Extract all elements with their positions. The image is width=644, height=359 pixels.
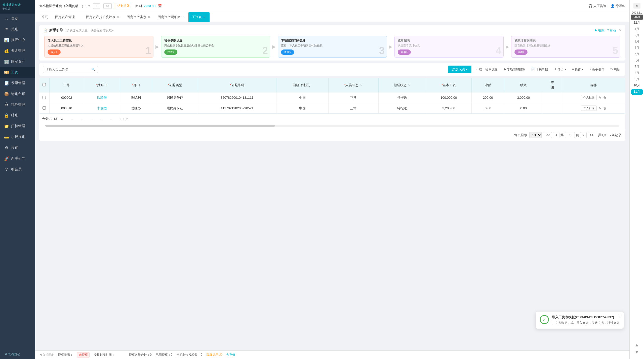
old-version-btn[interactable]: 切到旧版 <box>115 3 132 9</box>
send-filter-icon[interactable]: ▽ <box>408 83 411 87</box>
operate-btn[interactable]: ≡ 操作 ▾ <box>570 66 585 73</box>
down-nav-icon[interactable]: ▼ <box>635 350 639 355</box>
tab-close-fixed-assets[interactable]: ✕ <box>76 12 79 22</box>
month-sep[interactable]: 9月 <box>631 76 643 82</box>
sidebar-item-invoice[interactable]: 🧾 发票管理 <box>0 78 35 89</box>
guide-link-btn[interactable]: ? 新手引导 <box>587 66 606 73</box>
search-icon[interactable]: 🔍 <box>91 68 95 71</box>
social-btn-2[interactable]: 个人社保 <box>581 106 597 111</box>
deduction-btn[interactable]: ⊕ 专项附加扣除 <box>501 66 527 73</box>
tab-close-fixed-detail[interactable]: ✕ <box>182 12 185 22</box>
tab-salary[interactable]: 工资表 ✕ <box>188 12 210 22</box>
sidebar-item-funds[interactable]: 💰 资金管理 <box>0 45 35 56</box>
emp-name-link-2[interactable]: 李俊杰 <box>97 106 107 110</box>
social-setting-btn[interactable]: ☑ 统一社保设置 <box>473 66 499 73</box>
tab-fixed-detail[interactable]: 固定资产明细账 ✕ <box>154 12 188 22</box>
edit-icon-2[interactable]: ✎ <box>599 107 601 110</box>
page-size-select[interactable]: 10 20 50 <box>529 132 542 138</box>
status-filter-icon[interactable]: ▽ <box>359 83 363 87</box>
sidebar-item-label: 设置 <box>11 145 18 150</box>
month-jan[interactable]: 1月 <box>631 26 643 32</box>
sidebar-item-tax[interactable]: 🏛 税务管理 <box>0 99 35 110</box>
tax-report-btn[interactable]: 📄 个税申报 <box>529 66 550 73</box>
guide-help-link[interactable]: ? 帮助 <box>607 28 616 33</box>
sidebar-item-archive[interactable]: 📁 归档管理 <box>0 121 35 132</box>
delete-icon-1[interactable]: 🗑 <box>603 96 606 99</box>
customer-service[interactable]: 🎧 人工咨询 <box>588 4 607 8</box>
sidebar-item-ledger[interactable]: ≡ 总账 <box>0 24 35 35</box>
add-person-btn[interactable]: 添加人员 ▾ <box>448 66 471 73</box>
account-dropdown-arrow[interactable]: ▾ <box>88 4 90 8</box>
member-icon: V <box>4 167 9 171</box>
guide-view-btn-3[interactable]: 查看> <box>281 49 294 55</box>
month-apr[interactable]: 4月 <box>631 45 643 51</box>
cancel-pin-btn[interactable]: ◀ 取消固定 <box>0 350 35 359</box>
settings-btn[interactable]: ⚙ <box>103 3 112 9</box>
sidebar-item-settings[interactable]: ⚙ 设置 <box>0 142 35 153</box>
last-page-btn[interactable]: >> <box>588 132 596 138</box>
tab-close-fixed-depreciation[interactable]: ✕ <box>117 12 119 22</box>
tab-home[interactable]: 首页 <box>38 12 52 22</box>
toast-close-btn[interactable]: × <box>619 314 621 318</box>
sidebar-item-expense[interactable]: 💳 小畅报销 <box>0 132 35 142</box>
month-aug[interactable]: 8月 <box>631 70 643 76</box>
sidebar-item-salary[interactable]: 💴 工资 <box>0 67 35 78</box>
tab-close-fixed-category[interactable]: ✕ <box>148 12 150 22</box>
tab-fixed-category[interactable]: 固定资产类别 ✕ <box>123 12 154 22</box>
row-select-1[interactable] <box>43 96 46 99</box>
sidebar-item-inventory[interactable]: 📦 进销台账 <box>0 89 35 99</box>
guide-step-3: 专项附加扣除信息 查看、导入员工专项附加扣除信息 查看> 3 <box>278 36 387 58</box>
emp-no-2: 000010 <box>49 103 84 114</box>
month-may[interactable]: 5月 <box>631 51 643 57</box>
calendar-icon[interactable]: 📅 <box>158 4 162 8</box>
guide-set-btn[interactable]: 设置> <box>164 49 177 55</box>
sidebar-item-home[interactable]: ⌂ 首页 <box>0 14 35 24</box>
guide-view-btn-5[interactable]: 查看> <box>514 49 528 55</box>
month-jul[interactable]: 7月 <box>631 64 643 70</box>
guide-import-btn[interactable]: 导入> <box>48 49 61 55</box>
add-account-btn[interactable]: + <box>93 3 100 9</box>
emp-name-link-1[interactable]: 徐泽华 <box>97 96 107 99</box>
month-nov[interactable]: 11月 <box>631 89 643 95</box>
month-jun[interactable]: 6月 <box>631 57 643 64</box>
footer-dash-1: -- <box>71 117 73 121</box>
footer-dash-3: -- <box>91 117 93 121</box>
prev-page-btn[interactable]: < <box>553 132 559 138</box>
guide-view-btn-4[interactable]: 查看> <box>398 49 411 55</box>
month-oct[interactable]: 10月 <box>631 82 643 89</box>
delete-icon-2[interactable]: 🗑 <box>603 107 606 110</box>
apply-2 <box>543 103 562 114</box>
row-select-2[interactable] <box>43 106 46 110</box>
guide-video-link[interactable]: ▶ 视频 <box>594 28 604 33</box>
horizontal-scrollbar[interactable] <box>39 124 625 129</box>
month-dec[interactable]: 12月 <box>631 20 643 26</box>
pin-cancel-btn[interactable]: ◀ 取消固定 <box>39 353 54 357</box>
next-page-btn[interactable]: > <box>580 132 587 138</box>
guide-close-btn[interactable]: ✕ <box>619 29 621 32</box>
refresh-btn[interactable]: ↻ 刷新 <box>608 66 622 73</box>
calendar-collapse-btn[interactable]: « <box>633 3 640 9</box>
sidebar-item-fixed[interactable]: 🏢 固定资产 <box>0 56 35 67</box>
page-number-input[interactable] <box>565 132 575 138</box>
sidebar-item-reports[interactable]: 📊 报表中心 <box>0 35 35 45</box>
select-all-checkbox[interactable] <box>43 83 46 86</box>
sidebar-item-close[interactable]: 🔒 结账 <box>0 110 35 121</box>
recharge-btn[interactable]: 去充值 <box>226 353 235 357</box>
tab-fixed-assets[interactable]: 固定资产管理 ✕ <box>52 12 83 22</box>
social-btn-1[interactable]: 个人社保 <box>581 95 597 100</box>
tab-fixed-depreciation[interactable]: 固定资产折旧统计表 ✕ <box>83 12 123 22</box>
up-nav-icon[interactable]: ▲ <box>635 342 639 348</box>
month-2023-badge[interactable]: 2023 <box>631 15 643 20</box>
month-mar[interactable]: 3月 <box>631 38 643 45</box>
sidebar-item-newbie[interactable]: 🚀 新手引导 <box>0 153 35 164</box>
sort-icon[interactable]: ⇅ <box>105 83 108 87</box>
sidebar-item-member[interactable]: V 畅会员 <box>0 164 35 175</box>
first-page-btn[interactable]: << <box>544 132 552 138</box>
tab-close-salary[interactable]: ✕ <box>203 12 206 22</box>
tabs-bar: 首页 固定资产管理 ✕ 固定资产折旧统计表 ✕ 固定资产类别 ✕ 固定资产明细账… <box>35 12 629 22</box>
search-input[interactable] <box>46 68 90 71</box>
warning-label[interactable]: 温馨提示 ⓘ <box>206 353 222 357</box>
export-btn[interactable]: ⬇ 导出 ▾ <box>552 66 568 73</box>
edit-icon-1[interactable]: ✎ <box>599 96 601 99</box>
month-feb[interactable]: 2月 <box>631 32 643 38</box>
